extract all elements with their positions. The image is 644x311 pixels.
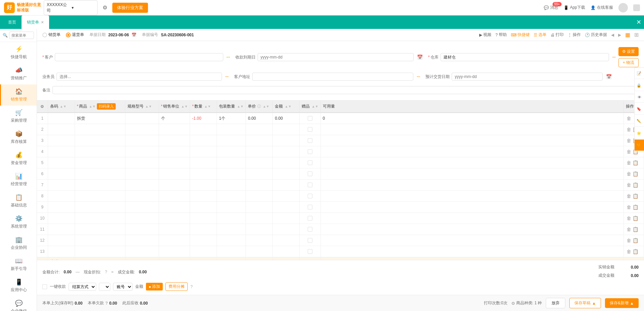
one-click-checkbox[interactable]	[42, 284, 47, 289]
unit-price-cell[interactable]: 0.00	[246, 113, 273, 124]
search-input[interactable]	[9, 32, 34, 39]
copy-row-btn[interactable]: 📋	[632, 226, 639, 233]
setup-btn[interactable]: ⚙ 设置	[618, 47, 639, 56]
gift-checkbox[interactable]	[308, 149, 312, 154]
expense-btn[interactable]: 费用分摊	[165, 282, 188, 291]
sidebar-item-sales[interactable]: 🏠 销售管理	[0, 84, 37, 106]
delete-row-btn[interactable]: 🗑	[626, 248, 632, 255]
delete-row-btn[interactable]: 🗑	[626, 148, 632, 155]
sidebar-item-finance[interactable]: 💰 资金管理	[0, 148, 37, 169]
sidebar-item-inventory[interactable]: 📦 库存核算	[0, 127, 37, 148]
copy-row-btn[interactable]: 📋	[632, 170, 639, 177]
warehouse-dots[interactable]: ···	[612, 55, 616, 60]
settings-icon[interactable]: ⚙	[100, 3, 110, 12]
radio-return[interactable]: 退货单	[66, 32, 84, 38]
close-all-tabs-icon[interactable]: ✕	[636, 18, 641, 26]
customer-addr-dots[interactable]: ···	[417, 74, 420, 79]
sidebar-item-enterprise[interactable]: 🏢 企业协同	[0, 233, 37, 254]
float-btn-lock[interactable]: 🔒	[635, 80, 644, 91]
sidebar-item-marketing[interactable]: 📣 营销推广	[0, 63, 37, 84]
delete-row-btn[interactable]: 🗑	[626, 226, 632, 233]
history-link[interactable]: 🕐 历史单据	[585, 32, 607, 38]
float-btn-bookmark[interactable]: 🔖	[635, 103, 644, 115]
sidebar-item-quick-nav[interactable]: ⚡ 快捷导航	[0, 42, 37, 63]
delete-row-btn[interactable]: 🗑	[626, 126, 632, 133]
salesperson-dots[interactable]: ···	[225, 74, 229, 79]
discard-btn[interactable]: 放弃	[546, 298, 565, 308]
gift-checkbox[interactable]	[308, 171, 312, 176]
float-btn-edit[interactable]: ✏️	[635, 115, 644, 127]
copy-row-btn[interactable]: 📋	[632, 159, 639, 166]
copy-row-btn[interactable]: 📋	[632, 237, 639, 244]
float-btn-eye[interactable]: 👁	[635, 92, 644, 103]
avatar[interactable]	[618, 3, 628, 12]
gift-checkbox[interactable]	[308, 160, 312, 165]
float-btn-note[interactable]: 📝	[635, 68, 644, 79]
tab-close-icon[interactable]: ×	[41, 20, 44, 25]
logistics-btn[interactable]: + 物流	[618, 58, 639, 67]
gift-checkbox[interactable]	[308, 127, 312, 132]
customer-dots[interactable]: ···	[227, 55, 230, 60]
expected-date-calendar-icon[interactable]: 📅	[606, 74, 612, 79]
tab-sales-order[interactable]: 销货单 ×	[22, 15, 49, 29]
th-settings[interactable]: ⚙	[37, 101, 48, 113]
next-icon[interactable]: ▶	[618, 33, 621, 37]
online-support-btn[interactable]: 👤 在线客服	[591, 5, 613, 10]
expected-date-input[interactable]	[452, 73, 603, 81]
customer-input[interactable]	[55, 53, 223, 61]
select-order-link[interactable]: ☰ 选单	[534, 32, 546, 38]
cash-discount-info-icon[interactable]: ?	[105, 270, 107, 274]
copy-row-btn[interactable]: 📋	[632, 248, 639, 255]
settings-gear-icon[interactable]: ⚙	[40, 104, 44, 109]
float-btn-star[interactable]: ⭐	[635, 127, 644, 139]
payment-help-icon[interactable]: ?	[190, 284, 193, 289]
gift-checkbox[interactable]	[308, 194, 312, 198]
prev-icon[interactable]: ◀	[611, 33, 614, 37]
account-select[interactable]: 账号	[113, 283, 132, 291]
gift-checkbox[interactable]	[308, 238, 312, 243]
delete-row-btn[interactable]: 🗑	[626, 137, 632, 144]
delete-row-btn[interactable]: 🗑	[626, 204, 632, 210]
video-link[interactable]: ▶ 视频	[479, 32, 491, 38]
due-date-calendar-icon[interactable]: 📅	[417, 54, 423, 60]
sidebar-item-wechat[interactable]: 💬 企业微信	[0, 296, 37, 311]
notification-btn[interactable]: 💬 消息 99+	[544, 5, 558, 10]
grid-view-icon[interactable]: ▦	[625, 32, 630, 38]
help-link[interactable]: ? 帮助	[495, 32, 507, 38]
gift-checkbox[interactable]	[308, 205, 312, 209]
sidebar-item-system[interactable]: ⚙️ 系统管理	[0, 211, 37, 233]
delete-row-btn[interactable]: 🗑	[626, 170, 632, 177]
sidebar-item-purchase[interactable]: 🛒 采购管理	[0, 106, 37, 127]
gift-checkbox[interactable]	[308, 216, 312, 221]
company-select[interactable]: XXXXXX公司 ▾	[44, 0, 98, 15]
tab-home[interactable]: 首页	[3, 15, 22, 29]
user-menu-icon[interactable]	[633, 4, 640, 11]
delete-row-btn[interactable]: 🗑	[626, 182, 632, 188]
copy-row-btn[interactable]: 📋	[632, 193, 639, 199]
settlement-select-2[interactable]	[99, 283, 110, 291]
delete-row-btn[interactable]: 🗑	[626, 193, 632, 199]
copy-row-btn[interactable]: 📋	[632, 215, 639, 222]
gift-checkbox[interactable]	[308, 227, 312, 232]
delete-row-btn[interactable]: 🗑	[626, 115, 632, 122]
sidebar-item-app-center[interactable]: 📱 应用中心	[0, 275, 37, 296]
product-cell[interactable]: 拆货	[75, 113, 125, 124]
save-new-btn[interactable]: 保存&新增 ▲	[605, 298, 639, 308]
notes-input[interactable]	[52, 86, 639, 94]
settlement-select[interactable]: 结算方式	[69, 283, 96, 291]
unit-price-info-icon[interactable]: ⓘ	[257, 104, 261, 108]
scan-btn[interactable]: 扫码录入	[97, 103, 116, 110]
product-kind[interactable]: ⊙ 商品种类: 1 种	[512, 300, 542, 306]
customer-addr-input[interactable]	[252, 73, 414, 81]
warehouse-input[interactable]	[441, 53, 609, 61]
delete-row-btn[interactable]: 🗑	[626, 215, 632, 222]
save-draft-btn[interactable]: 保存草稿 ▲	[569, 298, 601, 308]
due-date-input[interactable]	[258, 53, 414, 61]
gift-checkbox[interactable]	[308, 116, 312, 121]
sidebar-item-basic-info[interactable]: 📋 基础信息	[0, 190, 37, 211]
radio-sales[interactable]: 销货单	[42, 32, 61, 38]
gift-checkbox[interactable]	[308, 249, 312, 254]
delete-row-btn[interactable]: 🗑	[626, 159, 632, 166]
print-link[interactable]: 🖨 打印	[551, 32, 564, 38]
salesperson-input[interactable]	[56, 73, 222, 81]
